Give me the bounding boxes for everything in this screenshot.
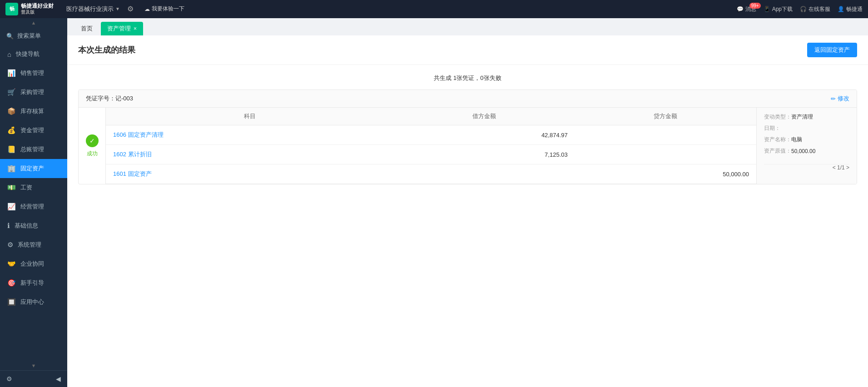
result-summary: 共生成 1张凭证，0张失败 — [67, 65, 868, 89]
header-right: 💬 消息 99+ 📱 App下载 🎧 在线客服 👤 畅捷通 — [737, 5, 863, 13]
asset-value-row: 资产原值： 50,000.00 — [764, 147, 849, 155]
operations-label: 经营管理 — [20, 203, 44, 211]
basic-info-label: 基础信息 — [15, 222, 38, 230]
voucher-table: 科目 借方金额 贷方金额 1606 固定资产清理 42,874.97 — [106, 108, 757, 184]
sidebar-item-operations[interactable]: 📈 经营管理 — [0, 197, 67, 216]
basic-info-icon: ℹ — [7, 222, 10, 230]
sidebar-item-inventory[interactable]: 📦 库存核算 — [0, 102, 67, 121]
row3-credit: 50,000.00 — [575, 164, 756, 184]
edit-button[interactable]: ✏ 修改 — [831, 94, 849, 103]
guide-label: 新手引导 — [20, 279, 44, 287]
app-logo-text-block: 畅捷通好业财 普及版 — [21, 3, 54, 15]
voucher-status: ✓ 成功 — [79, 108, 106, 184]
app-download-label: App下载 — [772, 5, 793, 13]
experience-button[interactable]: ☁ 我要体验一下 — [144, 5, 184, 13]
online-service-label: 在线客服 — [808, 5, 830, 13]
success-text: 成功 — [87, 150, 98, 158]
messages-button[interactable]: 💬 消息 99+ — [737, 5, 756, 13]
page-title: 本次生成的结果 — [78, 45, 135, 55]
tab-asset-management[interactable]: 资产管理 × — [101, 22, 143, 35]
sidebar-item-quick-nav[interactable]: ⌂ 快捷导航 — [0, 45, 67, 64]
messages-badge: 99+ — [749, 3, 761, 9]
asset-value-label: 资产原值： — [764, 147, 791, 155]
sidebar: ▲ 🔍 搜索菜单 ⌂ 快捷导航 📊 销售管理 🛒 采购管理 📦 库存 — [0, 18, 67, 387]
voucher-number: 凭证字号：记-003 — [86, 94, 133, 103]
tab-close-icon[interactable]: × — [134, 25, 137, 32]
change-type-row: 变动类型： 资产清理 — [764, 113, 849, 121]
sidebar-search[interactable]: 🔍 搜索菜单 — [0, 27, 67, 45]
row3-debit — [393, 164, 575, 184]
asset-name-label: 资产名称： — [764, 136, 791, 144]
sidebar-scroll-up[interactable]: ▲ — [0, 18, 67, 27]
sidebar-item-app-center[interactable]: 🔲 应用中心 — [0, 293, 67, 312]
header-left: 畅 畅捷通好业财 普及版 医疗器械行业演示 ▼ ⚙ ☁ 我要体验一下 — [5, 3, 184, 15]
col-credit: 贷方金额 — [575, 108, 756, 125]
app-name: 畅捷通好业财 — [21, 3, 54, 9]
edit-icon: ✏ — [831, 95, 836, 102]
row3-code: 1601 固定资产 — [106, 164, 393, 184]
sidebar-item-enterprise[interactable]: 🤝 企业协同 — [0, 254, 67, 273]
sidebar-item-payroll[interactable]: 💵 工资 — [0, 178, 67, 197]
change-type-label: 变动类型： — [764, 113, 791, 121]
sidebar-scroll-down[interactable]: ▼ — [0, 361, 67, 370]
online-service-button[interactable]: 🎧 在线客服 — [800, 5, 830, 13]
funds-icon: 💰 — [7, 126, 16, 134]
sidebar-settings-icon[interactable]: ⚙ — [6, 375, 12, 382]
app-logo: 畅 畅捷通好业财 普及版 — [5, 3, 54, 15]
sidebar-item-purchase[interactable]: 🛒 采购管理 — [0, 83, 67, 102]
tab-bar: 首页 资产管理 × — [67, 18, 868, 35]
operations-icon: 📈 — [7, 203, 16, 211]
ledger-icon: 📒 — [7, 145, 16, 154]
asset-name-row: 资产名称： 电脑 — [764, 136, 849, 144]
sidebar-item-basic-info[interactable]: ℹ 基础信息 — [0, 216, 67, 235]
company-selector[interactable]: 医疗器械行业演示 ▼ — [66, 5, 120, 13]
top-header: 畅 畅捷通好业财 普及版 医疗器械行业演示 ▼ ⚙ ☁ 我要体验一下 💬 消息 … — [0, 0, 868, 18]
user-avatar-icon: 👤 — [838, 6, 844, 12]
return-button[interactable]: 返回固定资产 — [807, 43, 857, 57]
table-row: 1602 累计折旧 7,125.03 — [106, 145, 756, 164]
tab-active-label: 资产管理 — [107, 25, 131, 33]
sidebar-item-system[interactable]: ⚙ 系统管理 — [0, 235, 67, 254]
user-label: 畅捷通 — [846, 5, 863, 13]
sidebar-item-ledger[interactable]: 📒 总账管理 — [0, 140, 67, 159]
sidebar-collapse-icon[interactable]: ◀ — [56, 375, 61, 382]
page-header: 本次生成的结果 返回固定资产 — [67, 35, 868, 65]
experience-label: 我要体验一下 — [152, 5, 184, 13]
sidebar-item-sales[interactable]: 📊 销售管理 — [0, 64, 67, 83]
purchase-label: 采购管理 — [20, 88, 44, 96]
search-icon: 🔍 — [6, 33, 14, 40]
voucher-pagination[interactable]: < 1/1 > — [764, 164, 849, 171]
asset-name-value: 电脑 — [791, 136, 802, 144]
ledger-label: 总账管理 — [20, 145, 44, 154]
system-label: 系统管理 — [18, 241, 41, 249]
voucher-body: ✓ 成功 科目 借方金额 贷方金额 — [79, 108, 857, 184]
enterprise-label: 企业协同 — [20, 260, 44, 268]
app-download-button[interactable]: 📱 App下载 — [764, 5, 793, 13]
table-row: 1606 固定资产清理 42,874.97 — [106, 125, 756, 145]
system-icon: ⚙ — [7, 241, 13, 249]
date-row: 日期： — [764, 124, 849, 132]
sidebar-bottom: ⚙ ◀ — [0, 370, 67, 387]
company-name: 医疗器械行业演示 — [66, 5, 114, 13]
date-label: 日期： — [764, 124, 791, 132]
page-area: 本次生成的结果 返回固定资产 共生成 1张凭证，0张失败 凭证字号：记-003 … — [67, 35, 868, 387]
enterprise-icon: 🤝 — [7, 260, 16, 268]
sidebar-item-fixed-assets[interactable]: 🏢 固定资产 — [0, 159, 67, 178]
app-download-icon: 📱 — [764, 6, 770, 12]
tab-home[interactable]: 首页 — [74, 22, 99, 35]
fixed-assets-label: 固定资产 — [20, 164, 44, 173]
funds-label: 资金管理 — [20, 126, 44, 134]
row1-debit: 42,874.97 — [393, 125, 575, 145]
sidebar-item-funds[interactable]: 💰 资金管理 — [0, 121, 67, 140]
quick-nav-icon: ⌂ — [7, 50, 11, 58]
service-icon: 🎧 — [800, 6, 807, 12]
user-button[interactable]: 👤 畅捷通 — [838, 5, 863, 13]
voucher-sidebar: 变动类型： 资产清理 日期： 资产名称： 电脑 资产原值： — [757, 108, 857, 184]
sidebar-item-guide[interactable]: 🎯 新手引导 — [0, 273, 67, 293]
app-logo-icon: 畅 — [5, 3, 18, 15]
company-settings-icon[interactable]: ⚙ — [127, 5, 134, 13]
row2-code: 1602 累计折旧 — [106, 145, 393, 164]
payroll-icon: 💵 — [7, 184, 16, 192]
sales-icon: 📊 — [7, 69, 16, 77]
inventory-label: 库存核算 — [20, 107, 44, 115]
